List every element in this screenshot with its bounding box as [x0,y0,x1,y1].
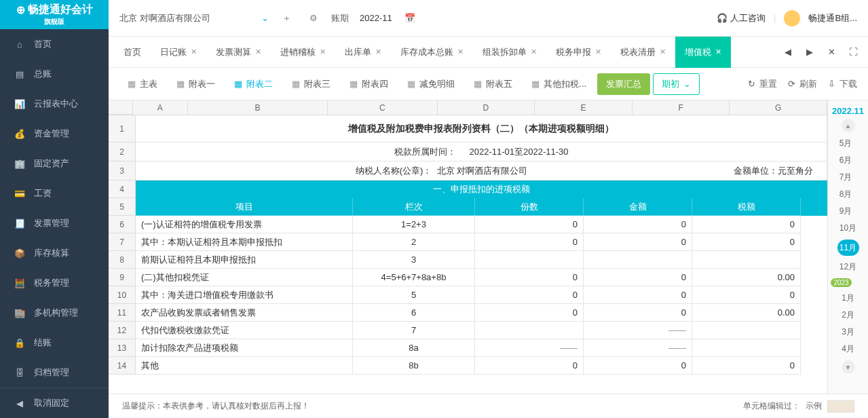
sheet-tab[interactable]: ▦附表二 [226,74,281,94]
tab[interactable]: 税务申报✕ [546,37,611,68]
avatar[interactable] [784,10,800,26]
cell-item[interactable]: 农产品收购发票或者销售发票 [136,304,353,322]
cell-amount[interactable] [584,251,692,269]
sidebar-item-close[interactable]: 🔒结账 [0,328,109,358]
sidebar-item-invoice[interactable]: 🧾发票管理 [0,208,109,238]
tab[interactable]: 首页 [114,37,151,68]
row-num[interactable]: 13 [109,339,136,357]
period-value[interactable]: 2022-11 [360,13,392,23]
row-num[interactable]: 7 [109,233,136,251]
cell-qty[interactable] [475,322,584,339]
cell-qty[interactable]: 0 [475,304,584,322]
row-num[interactable]: 10 [109,286,136,304]
close-icon[interactable]: ✕ [320,48,326,56]
close-icon[interactable]: ✕ [457,48,464,56]
tab[interactable]: 库存成本总账✕ [391,37,473,68]
add-button[interactable]: ＋ [277,9,296,28]
col-header[interactable]: C [328,100,438,115]
refresh-button[interactable]: ⟳刷新 [788,78,817,90]
cell-amount[interactable]: 0 [584,269,692,286]
company-selector[interactable]: 北京 对啊酒店有限公司 ⌄ [119,12,269,24]
cell-amount[interactable]: 0 [584,304,692,322]
close-icon[interactable]: ✕ [660,48,666,56]
sheet-tab[interactable]: ▦附表三 [284,74,339,94]
cell-amount[interactable]: 0 [584,286,692,304]
row-num[interactable]: 8 [109,251,136,269]
row-num[interactable]: 14 [109,357,136,375]
cell-amount[interactable]: —— [584,322,692,339]
invoice-summary-button[interactable]: 发票汇总 [597,73,650,95]
sidebar-item-org[interactable]: 🏬多机构管理 [0,298,109,328]
tab-next[interactable]: ▶ [800,43,819,62]
settings-button[interactable]: ⚙ [304,9,323,28]
month-item[interactable]: 1月 [842,290,854,307]
cell-item[interactable]: 其中：海关进口增值税专用缴款书 [136,286,353,304]
cell-col[interactable]: 3 [353,251,475,269]
cell-tax[interactable]: 0.00 [692,304,801,322]
sidebar-item-stock[interactable]: 📦库存核算 [0,238,109,268]
close-icon[interactable]: ✕ [531,48,537,56]
close-icon[interactable]: ✕ [375,48,381,56]
cell-col[interactable]: 8a [353,339,475,357]
month-item[interactable]: 12月 [839,259,856,276]
row-num[interactable]: 9 [109,269,136,286]
row-num[interactable]: 1 [109,115,136,142]
cell-amount[interactable]: 0 [584,357,692,375]
month-item[interactable]: 7月 [839,169,856,186]
period-init-button[interactable]: 期初 ⌄ [653,73,700,95]
tab-expand[interactable]: ⛶ [844,43,863,62]
month-item[interactable]: 4月 [842,341,854,358]
tab-prev[interactable]: ◀ [778,43,797,62]
sidebar-unpin[interactable]: ◀ 取消固定 [0,388,109,418]
month-active[interactable]: 11月 [837,240,859,256]
month-item[interactable]: 9月 [839,203,856,220]
cell-col[interactable]: 5 [353,286,475,304]
cell-col[interactable]: 8b [353,357,475,375]
year-down[interactable]: ▼ [842,360,855,374]
cell-amount[interactable]: —— [584,339,692,357]
sheet-tab[interactable]: ▦其他扣税... [523,74,595,94]
close-icon[interactable]: ✕ [715,48,721,56]
col-header[interactable]: G [730,100,827,115]
cell-col[interactable]: 2 [353,233,475,251]
sheet-tab[interactable]: ▦主表 [119,74,166,94]
cell-qty[interactable]: 0 [475,286,584,304]
cell-amount[interactable]: 0 [584,233,692,251]
row-num[interactable]: 12 [109,322,136,339]
cell-item[interactable]: (二)其他扣税凭证 [136,269,353,286]
cell-item[interactable]: 其中：本期认证相符且本期申报抵扣 [136,233,353,251]
month-item[interactable]: 3月 [842,324,854,341]
download-button[interactable]: ⇩下载 [828,78,857,90]
cell-tax[interactable]: 0 [692,233,801,251]
month-item[interactable]: 6月 [839,152,856,169]
month-item[interactable]: 5月 [839,135,856,152]
col-header[interactable]: F [633,100,730,115]
cell-item[interactable]: 加计扣除农产品进项税额 [136,339,353,357]
row-num[interactable]: 2 [109,142,136,162]
cell-item[interactable]: 其他 [136,357,353,375]
sidebar-item-archive[interactable]: 🗄归档管理 [0,358,109,387]
cell-qty[interactable]: —— [475,339,584,357]
close-icon[interactable]: ✕ [595,48,601,56]
sidebar-item-chart[interactable]: 📊云报表中心 [0,89,109,119]
cell-qty[interactable] [475,251,584,269]
tab[interactable]: 税表清册✕ [611,37,675,68]
row-num[interactable]: 6 [109,216,136,233]
cell-item[interactable]: (一)认证相符的增值税专用发票 [136,216,353,233]
tab-close-all[interactable]: ✕ [822,43,841,62]
sidebar-item-tax[interactable]: 🧮税务管理 [0,268,109,298]
row-num[interactable]: 3 [109,162,136,180]
cell-qty[interactable]: 0 [475,357,584,375]
cell-col[interactable]: 7 [353,322,475,339]
cell-qty[interactable]: 0 [475,269,584,286]
month-item[interactable]: 2月 [842,307,854,324]
year-up[interactable]: ▲ [842,119,855,132]
cell-tax[interactable] [692,339,801,357]
tab[interactable]: 进销稽核✕ [271,37,335,68]
col-header[interactable]: E [535,100,633,115]
sidebar-item-home[interactable]: ⌂首页 [0,29,109,59]
cell-qty[interactable]: 0 [475,233,584,251]
sidebar-item-salary[interactable]: 💳工资 [0,178,109,208]
cell-col[interactable]: 6 [353,304,475,322]
consult-link[interactable]: 🎧 人工咨询 [717,12,766,24]
